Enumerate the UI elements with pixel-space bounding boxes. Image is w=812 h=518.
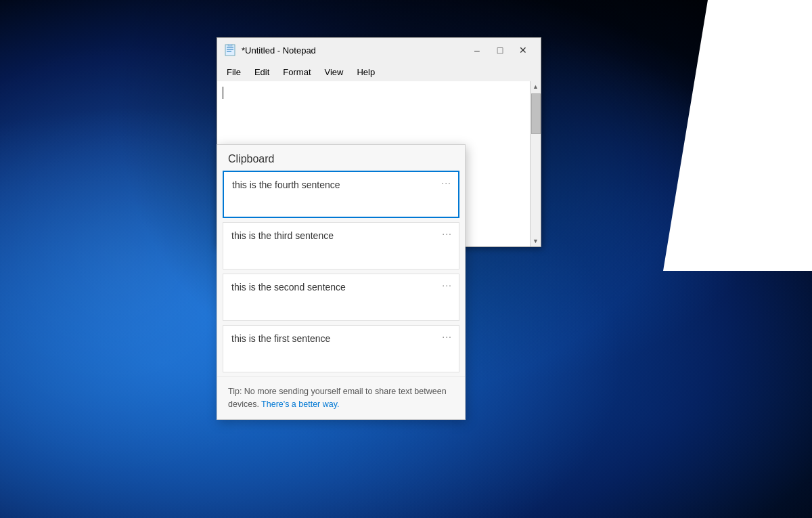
svg-rect-2 — [227, 49, 233, 50]
svg-rect-4 — [228, 44, 232, 46]
clipboard-item-1-text: this is the fourth sentence — [232, 179, 340, 190]
svg-rect-1 — [227, 47, 233, 48]
svg-rect-3 — [227, 51, 231, 52]
scrollbar-track[interactable]: ▲ ▼ — [530, 81, 541, 246]
clipboard-panel: Clipboard this is the fourth sentence ··… — [217, 144, 466, 420]
text-cursor — [223, 87, 223, 99]
clipboard-item-2-text: this is the third sentence — [231, 230, 334, 241]
clipboard-item-1-menu[interactable]: ··· — [441, 177, 451, 188]
menu-edit[interactable]: Edit — [248, 65, 276, 79]
menu-help[interactable]: Help — [350, 65, 382, 79]
titlebar-left: *Untitled - Notepad — [224, 44, 316, 56]
clipboard-tip: Tip: No more sending yourself email to s… — [217, 376, 465, 419]
clipboard-item-4[interactable]: this is the first sentence ··· — [223, 325, 459, 372]
scrollbar-down-button[interactable]: ▼ — [531, 236, 541, 246]
menu-file[interactable]: File — [220, 65, 248, 79]
svg-rect-0 — [225, 45, 235, 56]
clipboard-item-3-menu[interactable]: ··· — [442, 280, 452, 290]
clipboard-header: Clipboard — [217, 145, 465, 171]
clipboard-item-2[interactable]: this is the third sentence ··· — [223, 222, 459, 269]
menubar: File Edit Format View Help — [217, 62, 541, 81]
titlebar-controls: – □ ✕ — [466, 42, 534, 58]
menu-format[interactable]: Format — [276, 65, 317, 79]
maximize-button[interactable]: □ — [489, 42, 511, 58]
titlebar: *Untitled - Notepad – □ ✕ — [217, 38, 541, 62]
notepad-icon — [224, 44, 236, 56]
scrollbar-thumb[interactable] — [531, 93, 541, 134]
clipboard-item-2-menu[interactable]: ··· — [442, 228, 452, 239]
close-button[interactable]: ✕ — [512, 42, 534, 58]
clipboard-item-3[interactable]: this is the second sentence ··· — [223, 274, 459, 321]
titlebar-title: *Untitled - Notepad — [242, 45, 316, 56]
clipboard-item-3-text: this is the second sentence — [231, 282, 346, 293]
menu-view[interactable]: View — [318, 65, 351, 79]
minimize-button[interactable]: – — [466, 42, 488, 58]
clipboard-item-1[interactable]: this is the fourth sentence ··· — [223, 171, 459, 218]
scrollbar-up-button[interactable]: ▲ — [531, 81, 541, 92]
clipboard-item-4-text: this is the first sentence — [231, 333, 330, 344]
clipboard-item-4-menu[interactable]: ··· — [442, 331, 452, 342]
clipboard-tip-link[interactable]: There's a better way. — [261, 400, 339, 409]
clipboard-items: this is the fourth sentence ··· this is … — [217, 171, 465, 372]
